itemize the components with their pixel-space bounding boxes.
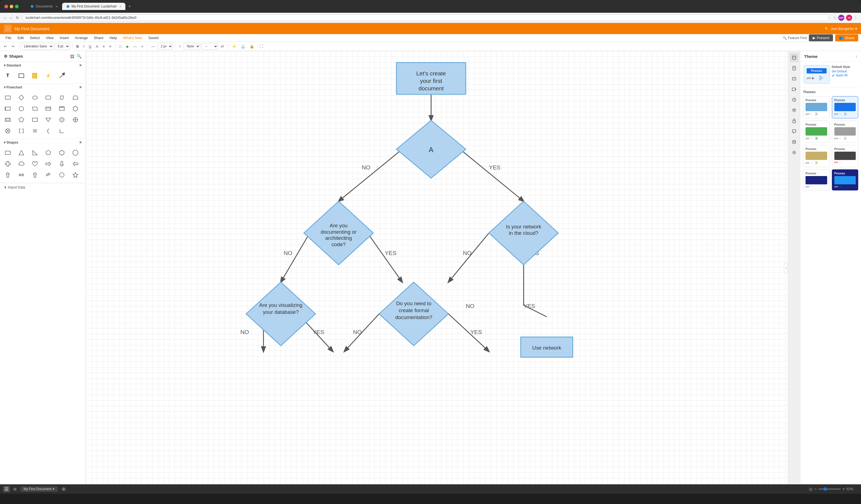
canvas-grid[interactable]: NO YES NO YES NO YES NO YES — [86, 51, 788, 484]
theme-card-7[interactable]: Process yes → — [803, 169, 830, 191]
line-color-button[interactable]: — — [132, 43, 138, 50]
flowchart-close-icon[interactable]: ✕ — [79, 85, 82, 89]
tab-lucidchart[interactable]: 🔷 My First Document: Lucidchart ✕ — [62, 3, 126, 10]
fc-pentagon[interactable] — [16, 115, 26, 125]
underline-button[interactable]: U — [87, 43, 93, 50]
menu-file[interactable]: File — [3, 34, 14, 42]
anchor-button[interactable]: ⚓ — [239, 43, 247, 50]
size-selector[interactable]: 8 pt — [55, 43, 70, 50]
canvas-area[interactable]: NO YES NO YES NO YES NO YES — [86, 51, 788, 484]
shape-search-button[interactable]: 🔍 — [77, 54, 82, 59]
theme-card-3[interactable]: Process yes → — [803, 121, 830, 143]
line-style-button[interactable]: ≈ — [139, 43, 145, 50]
menu-edit[interactable]: Edit — [15, 34, 26, 42]
shape-star[interactable] — [70, 170, 80, 180]
reload-button[interactable]: ↻ — [15, 15, 20, 20]
note-shape[interactable] — [30, 71, 40, 81]
bookmark-icon[interactable]: ☆ — [833, 15, 837, 20]
font-selector[interactable]: Liberation Sans — [21, 43, 54, 50]
fc-curly[interactable] — [43, 126, 53, 136]
shape-cloud[interactable] — [16, 159, 26, 169]
panel-lock-button[interactable] — [790, 116, 798, 125]
feature-find[interactable]: 🔍 Feature Find — [783, 36, 807, 40]
fc-skewed[interactable] — [30, 104, 40, 114]
theme-card-2[interactable]: Process yes → — [832, 96, 859, 118]
rect-shape[interactable] — [16, 71, 26, 81]
shape-cross[interactable] — [3, 159, 13, 169]
fc-rect5[interactable] — [3, 115, 13, 125]
set-default-link[interactable]: Set Default — [832, 70, 858, 73]
theme-card-6[interactable]: Process yes → — [832, 145, 859, 167]
font-color-button[interactable]: A — [94, 43, 100, 50]
fc-trapezoid[interactable] — [70, 93, 80, 102]
shapes-section-header[interactable]: ▾ Shapes ✕ — [0, 139, 86, 146]
browser-menu-icon[interactable]: ⋮ — [854, 15, 858, 20]
minimize-button[interactable] — [10, 5, 13, 8]
arrow-start-selector[interactable]: None — [183, 43, 200, 50]
lightning-button[interactable]: ⚡ — [230, 43, 238, 50]
theme-card-1[interactable]: Process yes → — [803, 96, 830, 118]
share-button[interactable]: 👥 Share — [835, 34, 858, 41]
grid-view-button[interactable]: ⊞ — [12, 486, 18, 492]
zoom-in-button[interactable]: + — [843, 487, 845, 491]
fc-rect2[interactable] — [3, 104, 13, 114]
fullscreen-button[interactable]: ⛶ — [258, 43, 265, 50]
arrow-shape[interactable] — [57, 71, 67, 81]
forward-button[interactable]: › — [9, 15, 13, 20]
back-button[interactable]: ‹ — [3, 15, 7, 20]
shape-arrow-up2[interactable] — [30, 170, 40, 180]
fc-rect4[interactable] — [57, 104, 67, 114]
fc-rect[interactable] — [3, 93, 13, 102]
standard-section-header[interactable]: ▾ Standard ✕ — [0, 62, 86, 69]
undo-button[interactable]: ↩ — [2, 43, 9, 50]
tab-documents[interactable]: 🔷 Documents ✕ — [26, 3, 62, 10]
maximize-button[interactable] — [15, 5, 18, 8]
border-button[interactable]: □ — [118, 43, 123, 50]
italic-button[interactable]: I — [82, 43, 86, 50]
apply-all-link[interactable]: 🖌 Apply All — [832, 73, 858, 77]
shape-image-button[interactable]: 🖼 — [70, 54, 74, 59]
fc-circle2[interactable] — [57, 115, 67, 125]
panel-expand-button[interactable]: ‹ — [856, 54, 857, 59]
extension-icon[interactable]: ABP — [838, 15, 844, 21]
fc-rect6[interactable] — [30, 115, 40, 125]
panel-comment-button[interactable] — [790, 127, 798, 136]
present-button[interactable]: ▶ Present — [809, 34, 833, 41]
shape-arrow-right[interactable] — [43, 159, 53, 169]
align-left-button[interactable]: ≡ — [101, 43, 107, 50]
stroke-width-selector[interactable]: 2 px — [158, 43, 173, 50]
fc-circle[interactable] — [16, 104, 26, 114]
fc-rect3[interactable] — [43, 104, 53, 114]
shapes-close-icon[interactable]: ✕ — [79, 141, 82, 144]
fc-list[interactable] — [30, 126, 40, 136]
menu-whats-new[interactable]: What's New — [120, 34, 145, 42]
panel-settings-button[interactable] — [790, 148, 798, 157]
panel-history-button[interactable] — [790, 95, 798, 104]
panel-layers-button[interactable] — [790, 106, 798, 115]
zoom-out-button[interactable]: − — [814, 487, 817, 491]
add-page-button[interactable]: ⊕ — [60, 486, 67, 493]
shape-right-triangle[interactable] — [30, 148, 40, 158]
lightning-shape[interactable]: ⚡ — [43, 71, 53, 81]
text-shape[interactable]: T — [3, 71, 13, 81]
fill-color-button[interactable]: ◆ — [124, 43, 131, 50]
line-weight-button[interactable]: — — [150, 43, 156, 50]
waypoint-button[interactable]: ⌇ — [178, 43, 182, 50]
align-right-button[interactable]: ≡ — [108, 43, 113, 50]
theme-card-5[interactable]: Process yes → — [803, 145, 830, 167]
panel-quote-button[interactable] — [790, 74, 798, 83]
shape-double-arrow[interactable] — [16, 170, 26, 180]
zoom-lock-button[interactable]: ⊙ — [809, 487, 812, 492]
import-data-button[interactable]: ⬇ Import Data — [0, 183, 86, 192]
swap-arrows-button[interactable]: ⇄ — [219, 43, 226, 50]
shape-circle[interactable] — [57, 170, 67, 180]
address-input[interactable] — [23, 14, 829, 21]
fc-hex[interactable] — [70, 104, 80, 114]
fc-x-circle[interactable] — [3, 126, 13, 136]
fc-bracket[interactable] — [16, 126, 26, 136]
shape-arrow-left[interactable] — [70, 159, 80, 169]
panel-theme-button[interactable] — [790, 53, 798, 62]
fc-corner[interactable] — [57, 126, 67, 136]
panel-doc-button[interactable] — [790, 64, 798, 73]
tab-close-documents[interactable]: ✕ — [55, 5, 58, 8]
